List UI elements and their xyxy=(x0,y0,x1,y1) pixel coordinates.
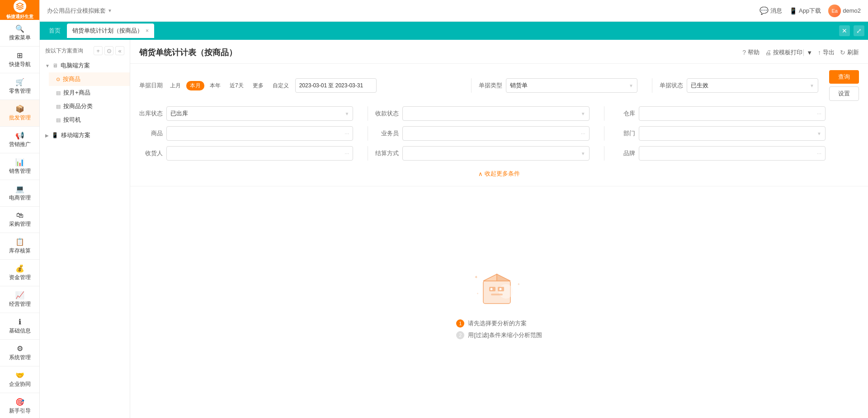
date-prev-month-btn[interactable]: 上月 xyxy=(166,81,184,90)
date-custom-btn[interactable]: 自定义 xyxy=(269,81,292,90)
logo-icon xyxy=(14,0,26,13)
desktop-group-title[interactable]: ▼ 🖥 电脑端方案 xyxy=(40,59,130,72)
settlement-selector[interactable]: ▼ xyxy=(402,146,589,161)
add-icon: + xyxy=(96,48,100,54)
content-area: 按以下方案查询 + ⊙ « ▼ 🖥 xyxy=(40,40,868,418)
date-this-month-btn[interactable]: 本月 xyxy=(186,81,204,90)
sidebar-item-sales[interactable]: 📊 销售管理 xyxy=(0,153,39,180)
date-filter-item: 单据日期 上月 本月 本年 近7天 更多 自定义 2023- xyxy=(139,78,457,93)
refresh-btn[interactable]: ↻ 刷新 xyxy=(840,48,859,57)
department-selector[interactable]: ▼ xyxy=(639,126,826,141)
left-panel-title: 按以下方案查询 + ⊙ « xyxy=(40,44,130,59)
marketing-icon: 📢 xyxy=(2,131,38,140)
warehouse-status-selector[interactable]: 已出库 ▼ xyxy=(166,106,353,121)
salesperson-selector[interactable]: ··· xyxy=(402,126,589,141)
date-7days-btn[interactable]: 近7天 xyxy=(226,81,247,90)
goods-selector[interactable]: ··· xyxy=(166,126,353,141)
doc-status-selector[interactable]: 已生效 ▼ xyxy=(687,78,818,93)
brand-selector[interactable]: ··· xyxy=(639,146,826,161)
doc-type-selector[interactable]: 销货单 ▼ xyxy=(506,78,637,93)
warehouse-selector[interactable]: ··· xyxy=(639,106,826,121)
app-download-btn[interactable]: 📱 App下载 xyxy=(789,7,821,15)
export-label: 导出 xyxy=(823,48,835,57)
sidebar-item-operations-label: 经营管理 xyxy=(9,301,31,307)
empty-hint-2: 2 用[过滤]条件来缩小分析范围 xyxy=(456,331,542,339)
schema-item-by-product[interactable]: ⊙ 按商品 xyxy=(49,72,130,86)
svg-text:✦: ✦ xyxy=(474,275,478,280)
schema-item-by-category[interactable]: ▤ 按商品分类 xyxy=(49,100,130,113)
collapse-panel-btn[interactable]: « xyxy=(115,46,124,55)
schema-item-by-month-product[interactable]: ▤ 按月+商品 xyxy=(49,86,130,100)
sidebar-item-system[interactable]: ⚙ 系统管理 xyxy=(0,340,39,366)
mobile-arrow-icon: ▶ xyxy=(45,133,49,138)
sidebar-item-marketing[interactable]: 📢 营销推广 xyxy=(0,127,39,153)
desktop-arrow-icon: ▼ xyxy=(45,63,50,68)
refresh-icon: ↻ xyxy=(840,49,845,56)
date-range-input[interactable]: 2023-03-01 至 2023-03-31 xyxy=(295,78,377,93)
doc-status-label: 单据状态 xyxy=(660,81,683,90)
sidebar-item-inventory[interactable]: 📋 库存核算 xyxy=(0,233,39,260)
warehouse-more-icon: ··· xyxy=(817,110,821,117)
hint-num-1: 1 xyxy=(456,319,464,328)
date-this-year-btn[interactable]: 本年 xyxy=(206,81,224,90)
payment-status-selector[interactable]: ▼ xyxy=(402,106,589,121)
query-btn[interactable]: 查询 xyxy=(829,70,859,84)
by-month-product-label: 按月+商品 xyxy=(63,89,90,97)
header-right: 💬 消息 📱 App下载 Ea demo2 xyxy=(760,5,861,17)
sidebar-item-retail[interactable]: 🛒 零售管理 xyxy=(0,73,39,100)
settings-btn[interactable]: 设置 xyxy=(829,86,859,101)
recipient-selector[interactable]: ··· xyxy=(166,146,353,161)
sidebar-item-operations[interactable]: 📈 经营管理 xyxy=(0,286,39,313)
empty-hints: 1 请先选择要分析的方案 2 用[过滤]条件来缩小分析范围 xyxy=(456,319,542,339)
add-schema-btn[interactable]: + xyxy=(94,46,103,55)
divider-3 xyxy=(368,106,368,121)
date-more-btn[interactable]: 更多 xyxy=(249,81,267,90)
sidebar-item-finance-label: 资金管理 xyxy=(9,274,31,280)
sidebar-item-search[interactable]: 🔍 搜索菜单 xyxy=(0,20,39,47)
sidebar-item-collab[interactable]: 🤝 企业协同 xyxy=(0,366,39,393)
brand-more-icon: ··· xyxy=(817,150,821,157)
sidebar-item-quicknav-label: 快捷导航 xyxy=(9,61,31,67)
tab-home[interactable]: 首页 xyxy=(43,24,66,38)
sidebar-item-wholesale[interactable]: 📦 批发管理 xyxy=(0,100,39,127)
divider-6 xyxy=(604,126,604,141)
desktop-schema-group: ▼ 🖥 电脑端方案 ⊙ 按商品 ▤ 按月+商品 ▤ 按商品分类 xyxy=(40,59,130,127)
avatar: Ea xyxy=(828,5,841,17)
page-title-bar: 销货单统计计表（按商品） ? 帮助 🖨 按模板打印 ▼ ↑ xyxy=(130,40,868,64)
guide-icon: 🎯 xyxy=(2,398,38,406)
print-dropdown-arrow[interactable]: ▼ xyxy=(803,49,812,56)
mobile-group-title[interactable]: ▶ 📱 移动端方案 xyxy=(40,128,130,142)
sidebar-item-basic[interactable]: ℹ 基础信息 xyxy=(0,313,39,340)
tab-sales-stats[interactable]: 销货单统计计划（按商品） × xyxy=(67,24,154,38)
by-product-icon: ⊙ xyxy=(56,76,60,82)
divider-7 xyxy=(368,146,368,161)
logo[interactable]: 畅捷通好生意 xyxy=(0,0,39,20)
basic-icon: ℹ xyxy=(2,318,38,326)
goods-filter-item: 商品 ··· xyxy=(139,126,353,141)
by-category-label: 按商品分类 xyxy=(63,102,93,110)
schema-settings-btn[interactable]: ⊙ xyxy=(104,46,113,55)
help-btn[interactable]: ? 帮助 xyxy=(742,48,760,57)
collapse-filter-btn[interactable]: ∧ 收起更多条件 xyxy=(139,166,859,180)
tab-close-btn[interactable]: × xyxy=(146,28,149,34)
doc-status-arrow-icon: ▼ xyxy=(810,83,814,88)
sidebar-item-finance[interactable]: 💰 资金管理 xyxy=(0,260,39,286)
export-btn[interactable]: ↑ 导出 xyxy=(818,48,835,57)
tab-close-window-btn[interactable]: ✕ xyxy=(839,25,850,36)
message-btn[interactable]: 💬 消息 xyxy=(760,6,782,15)
warehouse-filter-item: 仓库 ··· xyxy=(612,106,826,121)
tab-maximize-btn[interactable]: ⤢ xyxy=(854,25,864,36)
industry-selector[interactable]: 办公用品行业模拟账套 ▼ xyxy=(47,7,112,15)
schema-item-by-driver[interactable]: ▤ 按司机 xyxy=(49,113,130,127)
print-btn[interactable]: 🖨 按模板打印 ▼ xyxy=(765,48,812,57)
user-profile[interactable]: Ea demo2 xyxy=(828,5,861,17)
purchase-icon: 🛍 xyxy=(2,211,38,219)
sidebar-item-ecommerce[interactable]: 💻 电商管理 xyxy=(0,180,39,207)
svg-point-4 xyxy=(491,288,493,290)
brand-filter-item: 品牌 ··· xyxy=(612,146,826,161)
sidebar-item-quicknav[interactable]: ⊞ 快捷导航 xyxy=(0,47,39,73)
page-title: 销货单统计计表（按商品） xyxy=(139,47,237,58)
sidebar-item-system-label: 系统管理 xyxy=(9,354,31,361)
sidebar-item-purchase[interactable]: 🛍 采购管理 xyxy=(0,207,39,233)
sidebar-item-guide[interactable]: 🎯 新手引导 xyxy=(0,393,39,418)
